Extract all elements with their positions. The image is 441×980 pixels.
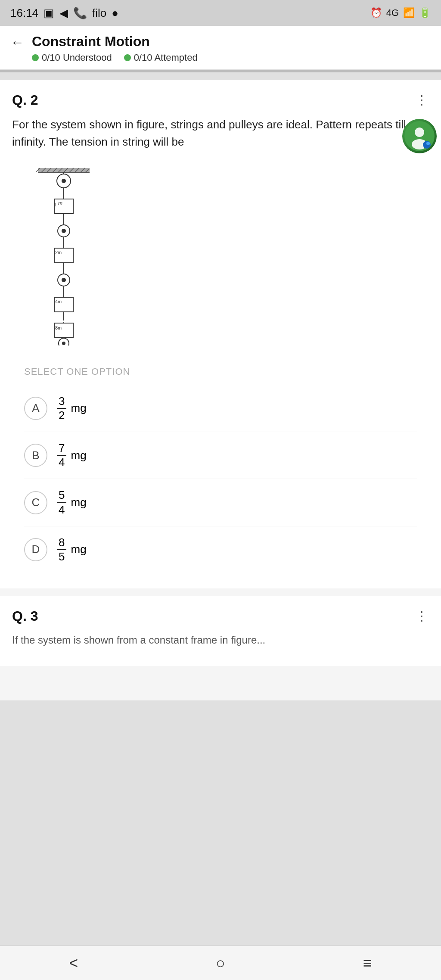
header: ← Constraint Motion 0/10 Understood 0/10… [0, 26, 441, 70]
page-title: Constraint Motion [32, 34, 431, 50]
back-nav-button[interactable]: < [52, 950, 95, 976]
header-badges: 0/10 Understood 0/10 Attempted [32, 52, 431, 63]
understood-badge: 0/10 Understood [32, 52, 112, 63]
question-text: For the system shown in figure, strings … [12, 116, 429, 151]
understood-label: 0/10 Understood [42, 52, 112, 63]
main-content: Q. 2 ⋮ For the system shown in figure, s… [0, 80, 441, 700]
option-d-numerator: 8 [57, 536, 66, 550]
option-b-unit: mg [71, 449, 86, 462]
status-bar-right: ⏰ 4G 📶 🔋 [370, 7, 431, 19]
svg-point-1 [415, 128, 424, 137]
svg-point-32 [62, 278, 66, 282]
svg-text:2m: 2m [55, 250, 62, 255]
avatar [402, 119, 437, 153]
svg-rect-5 [38, 168, 90, 172]
status-bar: 16:14 ▣ ◀ 📞 filo ● ⏰ 4G 📶 🔋 [0, 0, 441, 26]
svg-text:8m: 8m [55, 325, 62, 330]
question-3-number: Q. 3 [12, 608, 38, 624]
svg-point-4 [426, 142, 430, 145]
navigation-icon: ◀ [59, 6, 68, 20]
pulley-diagram: m 1 2m [25, 165, 111, 345]
svg-text:4m: 4m [55, 299, 62, 304]
option-a-denominator: 2 [57, 409, 66, 422]
question-header: Q. 2 ⋮ [12, 92, 429, 108]
option-a-circle: A [24, 397, 47, 420]
option-b-circle: B [24, 444, 47, 467]
option-d-circle: D [24, 538, 47, 561]
option-a[interactable]: A 3 2 mg [24, 385, 417, 432]
status-bar-left: 16:14 ▣ ◀ 📞 filo ● [10, 6, 118, 20]
option-d-denominator: 5 [57, 550, 66, 563]
understood-dot [32, 54, 39, 61]
option-c-denominator: 4 [57, 503, 66, 516]
option-d-label: D [32, 543, 40, 556]
option-c-label: C [32, 496, 40, 509]
options-list: A 3 2 mg B 7 4 [12, 385, 429, 573]
select-option-label: SELECT ONE OPTION [12, 366, 429, 377]
option-a-unit: mg [71, 401, 86, 415]
question-2-card: Q. 2 ⋮ For the system shown in figure, s… [0, 80, 441, 588]
option-b[interactable]: B 7 4 mg [24, 432, 417, 479]
question-3-card: Q. 3 ⋮ If the system is shown from a con… [0, 596, 441, 666]
option-c[interactable]: C 5 4 mg [24, 479, 417, 526]
menu-nav-button[interactable]: ≡ [346, 950, 389, 976]
question-3-header: Q. 3 ⋮ [12, 608, 429, 624]
option-a-numerator: 3 [57, 395, 66, 409]
attempted-dot [124, 54, 131, 61]
signal-label: 4G [386, 7, 399, 19]
option-d-unit: mg [71, 543, 86, 556]
battery-icon: 🔋 [419, 7, 431, 19]
app-name: filo [92, 6, 106, 20]
option-c-numerator: 5 [57, 488, 66, 503]
option-d[interactable]: D 8 5 mg [24, 526, 417, 573]
screen-icon: ▣ [43, 6, 54, 20]
option-b-fraction: 7 4 [57, 442, 66, 469]
option-a-label: A [32, 401, 39, 415]
progress-bar [0, 70, 441, 72]
svg-text:1: 1 [54, 202, 57, 207]
time-display: 16:14 [10, 6, 38, 20]
signal-bars-icon: 📶 [403, 7, 415, 19]
option-c-fraction: 5 4 [57, 488, 66, 516]
attempted-badge: 0/10 Attempted [124, 52, 198, 63]
option-a-text: 3 2 mg [57, 395, 87, 422]
diagram-container: m 1 2m [12, 160, 429, 358]
svg-text:m: m [58, 200, 62, 206]
option-c-circle: C [24, 491, 47, 514]
svg-rect-21 [54, 199, 73, 214]
option-b-numerator: 7 [57, 442, 66, 456]
home-nav-button[interactable]: ○ [199, 950, 242, 976]
question-menu-button[interactable]: ⋮ [415, 92, 429, 107]
svg-point-42 [62, 342, 65, 345]
option-b-label: B [32, 449, 39, 462]
question-3-menu-button[interactable]: ⋮ [415, 608, 429, 623]
option-c-unit: mg [71, 496, 86, 509]
nav-spacer [0, 666, 441, 700]
question-3-preview: If the system is shown from a constant f… [12, 632, 429, 648]
option-d-text: 8 5 mg [57, 536, 87, 563]
call-icon: 📞 [73, 6, 87, 20]
svg-point-18 [62, 179, 66, 183]
back-button[interactable]: ← [10, 34, 24, 50]
bottom-nav: < ○ ≡ [0, 946, 441, 980]
option-c-text: 5 4 mg [57, 488, 87, 516]
progress-bar-container [0, 70, 441, 72]
alarm-icon: ⏰ [370, 7, 382, 19]
svg-point-26 [62, 229, 66, 233]
avatar-svg [404, 121, 435, 151]
attempted-label: 0/10 Attempted [134, 52, 198, 63]
header-info: Constraint Motion 0/10 Understood 0/10 A… [32, 34, 431, 63]
option-b-text: 7 4 mg [57, 442, 87, 469]
option-b-denominator: 4 [57, 456, 66, 469]
question-number: Q. 2 [12, 92, 38, 108]
option-a-fraction: 3 2 [57, 395, 66, 422]
option-d-fraction: 8 5 [57, 536, 66, 563]
svg-point-3 [423, 141, 431, 149]
dot-indicator: ● [112, 6, 118, 20]
